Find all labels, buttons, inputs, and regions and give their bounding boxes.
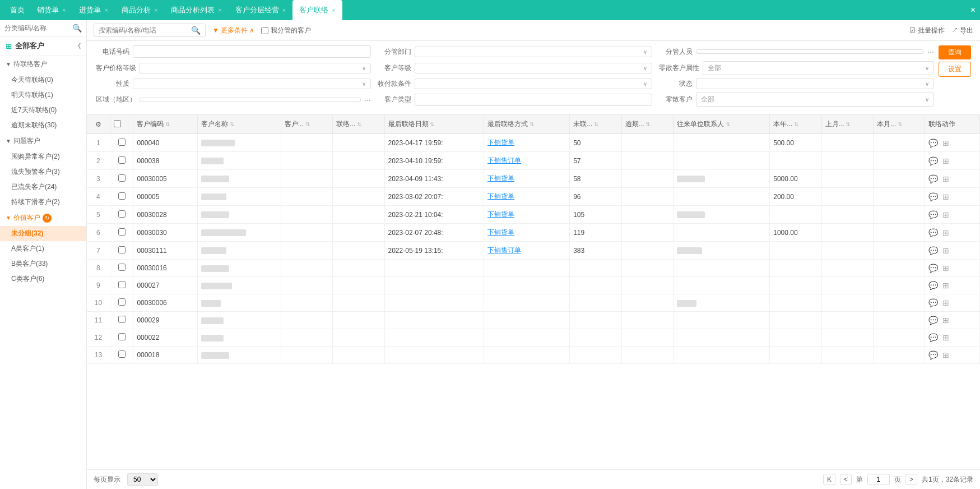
col-contact-person[interactable]: 往来单位联系人 [673, 115, 769, 134]
row-select-checkbox[interactable] [118, 139, 126, 146]
customer-level-select[interactable]: ∨ [415, 63, 653, 73]
row-name[interactable] [198, 294, 281, 312]
close-customer-contact-tab[interactable]: × [332, 7, 335, 13]
sidebar-item-overdue[interactable]: 逾期未联络(30) [0, 118, 86, 133]
row-last-method[interactable]: 下销货单 [484, 170, 570, 188]
grid-action-icon[interactable]: ⊞ [942, 210, 949, 219]
batch-op-button[interactable]: ☑ 批量操作 [909, 26, 944, 35]
row-name[interactable] [198, 329, 281, 347]
message-icon[interactable]: 💬 [928, 210, 938, 219]
first-page-button[interactable]: K [823, 474, 835, 485]
row-name[interactable] [198, 242, 281, 260]
row-last-method[interactable]: 下销售订单 [484, 152, 570, 170]
sidebar-item-hoard-anomaly[interactable]: 囤购异常客户(2) [0, 149, 86, 164]
message-icon[interactable]: 💬 [928, 333, 938, 342]
grid-action-icon[interactable]: ⊞ [942, 350, 949, 359]
dept-select[interactable]: ∨ [415, 47, 653, 57]
row-name[interactable] [198, 277, 281, 294]
sidebar-item-class-b[interactable]: B类客户(33) [0, 256, 86, 271]
row-last-method[interactable]: 下销货单 [484, 206, 570, 224]
close-customer-segment-tab[interactable]: × [282, 7, 286, 13]
message-icon[interactable]: 💬 [928, 139, 938, 147]
col-settings[interactable]: ⚙ [87, 115, 110, 134]
row-name[interactable] [198, 260, 281, 277]
row-last-method[interactable]: 下销货单 [484, 224, 570, 242]
sidebar-item-churned[interactable]: 已流失客户(24) [0, 179, 86, 195]
sidebar-item-class-a[interactable]: A类客户(1) [0, 241, 86, 256]
grid-action-icon[interactable]: ⊞ [942, 228, 949, 237]
tab-customer-segment[interactable]: 客户分层经营 × [229, 0, 292, 20]
col-this-month[interactable]: 本月... [873, 115, 925, 134]
retail-attr-select[interactable]: 全部 ∨ [703, 61, 934, 75]
close-sales-tab[interactable]: × [62, 7, 66, 13]
message-icon[interactable]: 💬 [928, 350, 938, 359]
tab-purchase[interactable]: 进货单 × [72, 0, 114, 20]
message-icon[interactable]: 💬 [928, 174, 938, 183]
payment-select[interactable]: ∨ [415, 79, 653, 89]
row-name[interactable] [198, 347, 281, 364]
sidebar-section-problem[interactable]: ▼ 问题客户 [0, 133, 86, 149]
sidebar-item-declining[interactable]: 持续下滑客户(2) [0, 195, 86, 210]
page-input[interactable] [867, 474, 890, 485]
sidebar-item-ungroup[interactable]: 未分组(32) [0, 226, 86, 241]
row-last-method[interactable]: 下销货单 [484, 188, 570, 206]
row-name[interactable] [198, 312, 281, 329]
row-name[interactable] [198, 224, 281, 242]
message-icon[interactable]: 💬 [928, 228, 938, 237]
close-product-list-tab[interactable]: × [218, 7, 221, 13]
row-select-checkbox[interactable] [118, 316, 126, 323]
sidebar-section-pending[interactable]: ▼ 待联络客户 [0, 56, 86, 72]
grid-action-icon[interactable]: ⊞ [942, 298, 949, 307]
grid-action-icon[interactable]: ⊞ [942, 156, 949, 165]
message-icon[interactable]: 💬 [928, 316, 938, 325]
nav-home[interactable]: 首页 [4, 5, 30, 15]
grid-action-icon[interactable]: ⊞ [942, 192, 949, 201]
close-purchase-tab[interactable]: × [104, 7, 108, 13]
row-last-method[interactable] [484, 294, 570, 312]
reset-button[interactable]: 设置 [939, 62, 971, 77]
row-select-checkbox[interactable] [118, 298, 126, 306]
next-page-button[interactable]: > [905, 474, 917, 485]
tab-sales[interactable]: 销货单 × [30, 0, 72, 20]
row-last-method[interactable] [484, 260, 570, 277]
sidebar-item-7days[interactable]: 近7天待联络(0) [0, 103, 86, 118]
col-last-date[interactable]: 最后联络日期 [384, 115, 484, 134]
row-select-checkbox[interactable] [118, 174, 126, 182]
row-select-checkbox[interactable] [118, 246, 126, 253]
message-icon[interactable]: 💬 [928, 192, 938, 201]
row-name[interactable] [198, 206, 281, 224]
row-name[interactable] [198, 134, 281, 152]
search-input[interactable] [99, 26, 191, 34]
prev-page-button[interactable]: < [840, 474, 852, 485]
col-overdue[interactable]: 逾期... [621, 115, 673, 134]
message-icon[interactable]: 💬 [928, 281, 938, 290]
tab-customer-contact[interactable]: 客户联络 × [292, 0, 342, 20]
row-select-checkbox[interactable] [118, 333, 126, 340]
row-last-method[interactable] [484, 347, 570, 364]
row-select-checkbox[interactable] [118, 281, 126, 288]
row-last-method[interactable] [484, 329, 570, 347]
sidebar-search-icon[interactable]: 🔍 [72, 24, 82, 33]
sidebar-all-customers[interactable]: ⊞ 全部客户 《 [0, 36, 86, 56]
col-not-contacted[interactable]: 未联... [570, 115, 621, 134]
region-select[interactable] [140, 98, 361, 102]
row-select-checkbox[interactable] [118, 156, 126, 164]
message-icon[interactable]: 💬 [928, 264, 938, 273]
grid-action-icon[interactable]: ⊞ [942, 281, 949, 290]
retail-customer-select[interactable]: 全部 ∨ [696, 93, 934, 107]
row-last-method[interactable] [484, 312, 570, 329]
row-last-method[interactable]: 下销货单 [484, 134, 570, 152]
grid-action-icon[interactable]: ⊞ [942, 333, 949, 342]
select-all-checkbox[interactable] [114, 120, 121, 127]
row-name[interactable] [198, 188, 281, 206]
row-select-checkbox[interactable] [118, 264, 126, 271]
more-dots-icon[interactable]: ··· [927, 47, 934, 56]
sidebar-item-tomorrow[interactable]: 明天待联络(1) [0, 87, 86, 103]
my-customers-checkbox[interactable] [261, 27, 268, 34]
phone-input[interactable] [133, 45, 371, 58]
sidebar-item-churn-warning[interactable]: 流失预警客户(3) [0, 164, 86, 179]
message-icon[interactable]: 💬 [928, 156, 938, 165]
row-select-checkbox[interactable] [118, 210, 126, 218]
col-code[interactable]: 客户编码 [133, 115, 198, 134]
search-button[interactable]: 查询 [939, 45, 971, 59]
